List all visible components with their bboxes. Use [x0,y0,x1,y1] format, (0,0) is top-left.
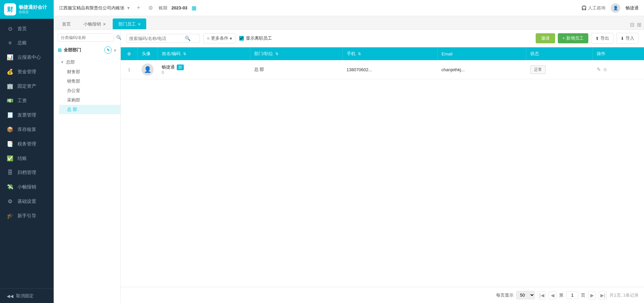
pagination: 每页显示 10 20 50 100 |◀ ◀ 第 页 ▶ ▶| 共1页, 1条记… [121,287,644,303]
sidebar-item-home[interactable]: ⊙ 首页 [0,21,54,36]
company-selector[interactable]: 江西服宝精品有限责任公司内账张 ▼ [59,5,130,11]
dept-panel: 🔍 ⊞ 全部部门 ✎ « ▼ 总部 财务部 销售部 办公室 [54,30,121,303]
dept-tree: ▼ 总部 财务部 销售部 办公室 采购部 总 部 [54,56,120,116]
col-dept-position[interactable]: 部门/职位 ⇅ [250,47,343,60]
invite-button[interactable]: 邀请 [536,33,555,43]
assets-icon: 🏢 [7,83,13,89]
show-resigned-wrap[interactable]: 显示离职员工 [239,35,272,41]
page-input[interactable] [566,291,578,299]
last-page-button[interactable]: ▶| [599,291,607,299]
sidebar-item-closing[interactable]: ✅ 结账 [0,151,54,166]
tab-dept-employee[interactable]: 部门员工 × [113,18,146,29]
sidebar-item-guide[interactable]: 🎓 新手引导 [0,209,54,223]
sidebar-item-label: 库存核算 [17,127,36,133]
row-actions-cell: ✎ ⎋ [593,60,644,79]
add-employee-button[interactable]: + 新增员工 [558,33,588,43]
right-panel: 🔍 ≡ 更多条件 ▾ 显示离职员工 邀请 + 新增员工 ⬆ 导出 [121,30,644,303]
sidebar-item-inventory[interactable]: 📦 库存核算 [0,122,54,137]
archive-icon: 🗄 [7,170,13,176]
sidebar-logo[interactable]: 财 畅捷通好会计 旗舰版 [0,0,54,19]
dept-collapse-icon[interactable]: « [114,47,116,53]
filter-label: 更多条件 [211,35,228,41]
tab-minimize-button[interactable]: ⊟ [630,21,634,28]
dept-group-header-root[interactable]: ▼ 总部 [54,57,120,67]
ledger-icon: ≡ [7,40,13,46]
add-company-button[interactable]: + [135,4,143,12]
edit-icon[interactable]: ✎ [597,67,601,73]
col-name-code[interactable]: 姓名/编码 ⇅ [158,47,250,60]
tab-dept-close-icon[interactable]: × [138,22,141,27]
sidebar-item-expense[interactable]: 💸 小畅报销 [0,180,54,194]
sidebar-item-funds[interactable]: 💰 资金管理 [0,64,54,79]
sidebar-item-archive[interactable]: 🗄 归档管理 [0,166,54,180]
unpin-label: 取消固定 [16,293,34,299]
logout-icon[interactable]: ⎋ [604,67,607,73]
dept-edit-button[interactable]: ✎ [104,46,112,54]
table-body: 1 👤 畅捷通 部 0 总 部 [121,60,644,79]
all-dept-label: 全部部门 [64,47,81,53]
main-area: 江西服宝精品有限责任公司内账张 ▼ + ⚙ 账期 2023-03 ▦ 🎧 人工咨… [54,0,644,303]
table-row: 1 👤 畅捷通 部 0 总 部 [121,60,644,79]
next-page-button[interactable]: ▶ [588,291,596,299]
settings-button[interactable]: ⚙ [147,4,155,12]
dept-child-general[interactable]: 总 部 [59,105,120,114]
sidebar-item-salary[interactable]: 💵 工资 [0,93,54,108]
period-label: 账期 [159,5,167,11]
col-settings[interactable]: ⚙ [121,47,138,60]
dept-root-label: 总部 [66,59,75,65]
sidebar-item-tax[interactable]: 📑 税务管理 [0,137,54,151]
avatar: 👤 [142,63,154,76]
sidebar-item-invoice[interactable]: 🧾 发票管理 [0,108,54,122]
dept-all-header[interactable]: ⊞ 全部部门 ✎ « [54,44,120,56]
col-phone[interactable]: 手机 ⇅ [342,47,437,60]
prev-page-button[interactable]: ◀ [548,291,556,299]
show-resigned-checkbox[interactable] [239,36,244,41]
app-name: 畅捷通好会计 [19,4,47,10]
support-button[interactable]: 🎧 人工咨询 [581,5,605,11]
sidebar-item-ledger[interactable]: ≡ 总账 [0,36,54,50]
row-email-cell: chanjethkj... [437,60,526,79]
calendar-icon[interactable]: ▦ [192,5,197,11]
employee-search-input[interactable] [129,36,183,41]
sidebar-item-label: 固定资产 [17,83,36,89]
dept-child-purchase[interactable]: 采购部 [59,95,120,105]
tab-expense-close-icon[interactable]: × [103,22,106,27]
page-size-select[interactable]: 10 20 50 100 [516,291,535,299]
user-name[interactable]: 畅捷通 [626,5,639,11]
employee-table-wrap: ⚙ 头像 姓名/编码 ⇅ 部门/职位 ⇅ 手机 [121,47,644,287]
tab-expense[interactable]: 小畅报销 × [78,18,111,29]
sidebar-item-assets[interactable]: 🏢 固定资产 [0,79,54,93]
tab-home[interactable]: 首页 [56,18,76,29]
first-page-button[interactable]: |◀ [538,291,546,299]
user-avatar: 👤 [611,3,620,13]
sidebar-item-label: 归档管理 [17,170,36,176]
top-header: 江西服宝精品有限责任公司内账张 ▼ + ⚙ 账期 2023-03 ▦ 🎧 人工咨… [54,0,644,16]
row-dept-cell: 总 部 [250,60,343,79]
filter-button[interactable]: ≡ 更多条件 ▾ [203,33,236,43]
sidebar-item-reports[interactable]: 📊 云报表中心 [0,50,54,64]
tabs-right: ⊟ ⊞ [630,21,644,29]
action-buttons: ✎ ⎋ [597,67,640,73]
header-right: 🎧 人工咨询 👤 畅捷通 [581,3,639,13]
settings-icon: ⚙ [7,198,13,205]
sidebar-item-settings[interactable]: ⚙ 基础设置 [0,194,54,209]
table-header-row: ⚙ 头像 姓名/编码 ⇅ 部门/职位 ⇅ 手机 [121,47,644,60]
dept-child-office[interactable]: 办公室 [59,86,120,95]
import-button[interactable]: ⬇ 导入 [616,33,639,44]
sidebar-item-label: 总账 [17,40,27,46]
tab-expand-button[interactable]: ⊞ [637,21,641,28]
dept-grid-icon: ⊞ [58,47,62,53]
sidebar-unpin-button[interactable]: ◀◀ 取消固定 [0,289,54,303]
dept-child-sales[interactable]: 销售部 [59,77,120,86]
inventory-icon: 📦 [7,126,13,133]
company-name: 江西服宝精品有限责任公司内账张 [59,5,124,11]
sidebar-item-label: 首页 [17,26,27,32]
tabs-bar: 首页 小畅报销 × 部门员工 × ⊟ ⊞ [54,16,644,30]
dept-child-finance[interactable]: 财务部 [59,67,120,77]
export-button[interactable]: ⬆ 导出 [591,33,613,44]
guide-icon: 🎓 [7,213,13,219]
dept-search-input[interactable] [58,34,114,42]
tax-icon: 📑 [7,141,13,147]
sidebar-item-label: 税务管理 [17,141,36,147]
search-icon[interactable]: 🔍 [185,36,191,41]
